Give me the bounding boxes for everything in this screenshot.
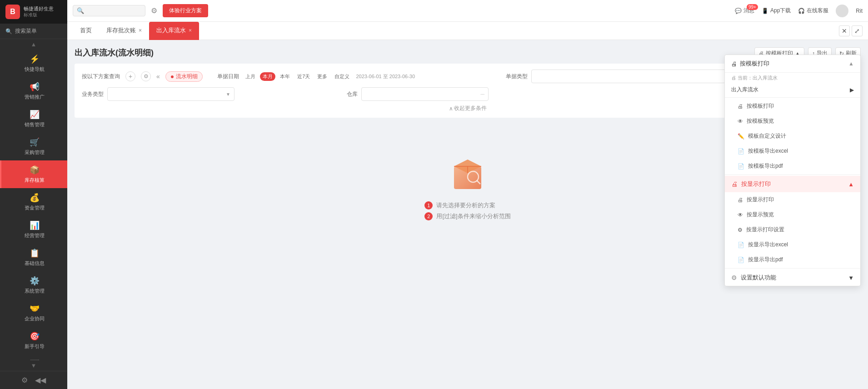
display-print-section[interactable]: 🖨 按显示打印 ▲ bbox=[725, 176, 860, 192]
sidebar-item-marketing[interactable]: 📢 营销推广 bbox=[0, 77, 67, 105]
sidebar-item-finance[interactable]: 💰 资金管理 bbox=[0, 188, 67, 216]
settings-bottom-icon[interactable]: ⚙ bbox=[21, 376, 28, 384]
collapse-sidebar-icon[interactable]: ◀◀ bbox=[35, 376, 46, 384]
step-text-1: 请先选择要分析的方案 bbox=[436, 201, 495, 209]
sidebar-item-system[interactable]: ⚙️ 系统管理 bbox=[0, 271, 67, 299]
date-filter-label: 单据日期 bbox=[217, 73, 239, 80]
main-content: 🔍 ⚙ 体验行业方案 💬 消息 99+ 📱 App下载 🎧 在线客服 Rit bbox=[67, 0, 868, 389]
filter-tag-label: 流水明细 bbox=[176, 73, 198, 80]
business-type-dropdown[interactable]: ▼ bbox=[107, 87, 234, 101]
template-print-item[interactable]: 🖨 按模板打印 bbox=[725, 99, 860, 114]
date-shortcut-prev-month[interactable]: 上月 bbox=[243, 72, 258, 81]
sidebar-item-guide[interactable]: 🎯 新手引导 bbox=[0, 327, 67, 354]
topbar-service-btn[interactable]: 🎧 在线客服 bbox=[798, 7, 828, 15]
template-custom-item[interactable]: ✏️ 模板自定义设计 bbox=[725, 129, 860, 144]
message-icon: 💬 bbox=[735, 8, 742, 14]
date-shortcut-7days[interactable]: 近7天 bbox=[294, 72, 313, 81]
sidebar-item-label: 基础信息 bbox=[25, 260, 45, 267]
date-shortcut-more[interactable]: 更多 bbox=[314, 72, 330, 81]
sidebar-item-inventory[interactable]: 📦 库存核算 bbox=[0, 160, 67, 188]
tab-home[interactable]: 首页 bbox=[73, 22, 99, 40]
sidebar-scroll-up[interactable]: ▲ bbox=[0, 39, 67, 50]
preview-icon-1: 👁 bbox=[738, 118, 743, 125]
print-dropdown-panel: 🖨 按模板打印 ▲ 🖨 当前：出入库流水 出入库流水 ▶ bbox=[724, 55, 861, 286]
date-shortcuts: 上月 本月 本年 近7天 更多 自定义 bbox=[243, 72, 352, 81]
template-export-excel-item[interactable]: 📄 按模板导出excel bbox=[725, 144, 860, 159]
date-shortcut-custom[interactable]: 自定义 bbox=[332, 72, 352, 81]
date-shortcut-this-year[interactable]: 本年 bbox=[277, 72, 293, 81]
sidebar-item-collab[interactable]: 🤝 企业协同 bbox=[0, 299, 67, 327]
set-default-item[interactable]: ⚙ 设置默认功能 ▼ bbox=[725, 269, 860, 286]
warehouse-more-btn[interactable]: ··· bbox=[480, 91, 484, 97]
display-preview-item[interactable]: 👁 按显示预览 bbox=[725, 207, 860, 222]
sidebar-item-label: 系统管理 bbox=[25, 288, 45, 294]
warehouse-dropdown[interactable]: ··· bbox=[361, 87, 489, 101]
display-export-pdf-item[interactable]: 📄 按显示导出pdf bbox=[725, 252, 860, 267]
current-icon: 🖨 bbox=[731, 75, 736, 80]
display-print-item[interactable]: 🖨 按显示打印 bbox=[725, 192, 860, 207]
user-avatar[interactable] bbox=[836, 5, 848, 17]
chevron-up-icon-2: ▲ bbox=[848, 181, 854, 188]
filter-collapse-button[interactable]: « bbox=[156, 73, 160, 80]
page-title: 出入库流水(流水明细) bbox=[75, 47, 154, 58]
topbar-message-btn[interactable]: 💬 消息 99+ bbox=[735, 7, 754, 15]
topbar-search-input[interactable] bbox=[86, 8, 131, 14]
sidebar-item-purchase[interactable]: 🛒 采购管理 bbox=[0, 133, 67, 160]
tab-flow-close[interactable]: × bbox=[189, 27, 192, 34]
sidebar-item-label: 采购管理 bbox=[25, 149, 45, 156]
tab-batch-close[interactable]: × bbox=[139, 27, 142, 34]
date-range-display: 2023-06-01 至 2023-06-30 bbox=[356, 73, 415, 80]
trial-button[interactable]: 体验行业方案 bbox=[163, 4, 208, 17]
collapse-conditions-btn[interactable]: ∧ 收起更多条件 bbox=[449, 105, 487, 112]
topbar-search-icon: 🔍 bbox=[77, 7, 84, 14]
filter-settings-button[interactable]: ⚙ bbox=[141, 71, 151, 81]
sidebar-item-label: 快捷导航 bbox=[25, 66, 45, 73]
dropdown-collapse-icon[interactable]: ▲ bbox=[848, 60, 854, 67]
sidebar-bottom: ⚙ ◀◀ bbox=[0, 371, 67, 389]
topbar-search-box[interactable]: 🔍 bbox=[73, 5, 145, 16]
tab-close-all-btn[interactable]: ✕ bbox=[839, 25, 850, 36]
sales-icon: 📈 bbox=[30, 110, 40, 120]
system-icon: ⚙️ bbox=[30, 276, 40, 286]
filter-add-button[interactable]: + bbox=[125, 71, 135, 81]
app-icon: 📱 bbox=[762, 8, 768, 14]
excel-icon-1: 📄 bbox=[738, 148, 744, 155]
topbar-gear-icon[interactable]: ⚙ bbox=[149, 5, 159, 17]
topbar-app-btn[interactable]: 📱 App下载 bbox=[762, 7, 791, 15]
sidebar-item-label: 库存核算 bbox=[25, 177, 45, 184]
sidebar-item-operations[interactable]: 📊 经营管理 bbox=[0, 216, 67, 244]
template-export-pdf-item[interactable]: 📄 按模板导出pdf bbox=[725, 159, 860, 174]
empty-step-2: 2 用[过滤]条件来缩小分析范围 bbox=[424, 212, 510, 220]
filter-active-tag[interactable]: ● 流水明细 bbox=[165, 71, 203, 82]
sidebar-item-app-center[interactable]: 🔲 应用中心 bbox=[0, 354, 67, 360]
business-type-arrow: ▼ bbox=[226, 92, 230, 97]
filter-tag-dot: ● bbox=[170, 73, 174, 80]
sidebar-scroll-down[interactable]: ▼ bbox=[0, 360, 67, 371]
set-default-icon: ⚙ bbox=[731, 274, 737, 281]
display-export-excel-item[interactable]: 📄 按显示导出excel bbox=[725, 237, 860, 252]
date-shortcut-this-month[interactable]: 本月 bbox=[260, 72, 275, 81]
service-label: 在线客服 bbox=[807, 7, 828, 15]
collapse-left-icon: « bbox=[156, 73, 160, 80]
template-preview-item[interactable]: 👁 按模板预览 bbox=[725, 114, 860, 129]
display-pdf-icon: 📄 bbox=[738, 257, 744, 263]
sidebar-item-sales[interactable]: 📈 销售管理 bbox=[0, 105, 67, 133]
empty-step-1: 1 请先选择要分析的方案 bbox=[424, 201, 510, 209]
tabs-bar: 首页 库存批次账 × 出入库流水 × ✕ ⤢ bbox=[67, 22, 868, 40]
step-text-2: 用[过滤]条件来缩小分析范围 bbox=[436, 212, 510, 220]
sidebar-item-quick-nav[interactable]: ⚡ 快捷导航 bbox=[0, 50, 67, 77]
display-preview-icon: 👁 bbox=[738, 212, 743, 218]
tab-flow[interactable]: 出入库流水 × bbox=[149, 22, 199, 40]
doc-type-label: 单据类型 bbox=[506, 73, 528, 80]
sidebar-nav: ⚡ 快捷导航 📢 营销推广 📈 销售管理 🛒 采购管理 📦 库存核算 💰 资金管… bbox=[0, 50, 67, 360]
display-print-settings-item[interactable]: ⚙ 按显示打印设置 bbox=[725, 222, 860, 237]
tab-batch[interactable]: 库存批次账 × bbox=[99, 22, 149, 40]
sidebar-search-item[interactable]: 🔍 搜索菜单 bbox=[0, 24, 67, 39]
sidebar-item-basic[interactable]: 📋 基础信息 bbox=[0, 244, 67, 271]
divider-2 bbox=[725, 175, 860, 175]
tab-maximize-btn[interactable]: ⤢ bbox=[852, 25, 863, 36]
logo-sub: 标准版 bbox=[24, 12, 54, 18]
current-item[interactable]: 出入库流水 ▶ bbox=[725, 83, 860, 96]
topbar-right: 💬 消息 99+ 📱 App下载 🎧 在线客服 Rit bbox=[735, 5, 863, 17]
sidebar: B 畅捷通好生意 标准版 🔍 搜索菜单 ▲ ⚡ 快捷导航 📢 营销推广 📈 销售… bbox=[0, 0, 67, 389]
